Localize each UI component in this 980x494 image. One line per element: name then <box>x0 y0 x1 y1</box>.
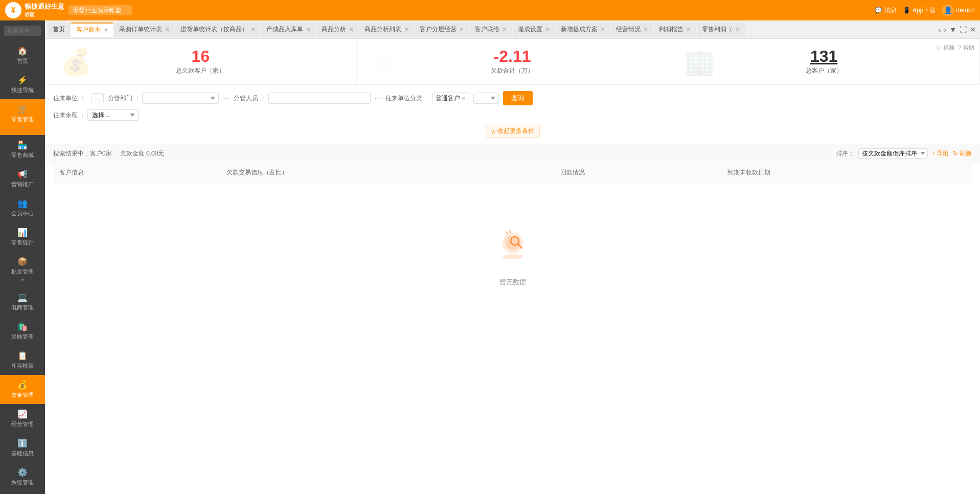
sidebar-item-marketing[interactable]: 📢营销推广 <box>0 164 45 193</box>
search-result-label: 搜索结果中，客户0家 <box>53 149 112 158</box>
tab-label-3: 进货单统计表（按商品） <box>180 25 248 34</box>
sidebar-item-home[interactable]: 🏠首页 <box>0 41 45 70</box>
account-selector[interactable]: 母婴行业演示帐套 <box>69 5 132 15</box>
sidebar-label-home: 首页 <box>17 57 28 65</box>
tab-11[interactable]: 经营情况✕ <box>611 23 653 37</box>
table-head: 客户信息欠款交易信息（占比）回款情况到期未收款日期 <box>53 163 972 183</box>
tab-label-0: 首页 <box>53 25 65 34</box>
app-download-label: App下载 <box>913 6 936 15</box>
sidebar-item-inventory[interactable]: 📋库存核算 <box>0 346 45 375</box>
sidebar-item-retail-mall[interactable]: 🏪零售商城 <box>0 135 45 164</box>
query-button[interactable]: 查询 <box>503 91 533 105</box>
sidebar-item-finance-mgmt[interactable]: 💰资金管理 <box>0 375 45 404</box>
dept-filter-select[interactable] <box>142 93 219 104</box>
dept-filter-clear[interactable]: ··· <box>223 94 230 103</box>
tab-2[interactable]: 采购订单统计表✕ <box>114 23 174 37</box>
tab-label-1: 客户账本 <box>76 26 101 34</box>
collapse-btn-row: ∧ 收起更多条件 <box>53 125 972 138</box>
tab-1[interactable]: 客户账本✕ <box>71 23 113 37</box>
person-filter-input[interactable] <box>268 93 371 104</box>
top-bar: ¥ 畅捷通好生意 标版 母婴行业演示帐套 💬 消息 📱 App下载 👤 d <box>0 0 980 20</box>
app-download-icon: 📱 <box>903 7 910 14</box>
tab-menu-btn[interactable]: ▼ <box>948 26 958 34</box>
tab-close-11[interactable]: ✕ <box>644 27 648 32</box>
tab-close-3[interactable]: ✕ <box>251 27 255 32</box>
tab-0[interactable]: 首页 <box>48 23 70 37</box>
tab-close-4[interactable]: ✕ <box>306 27 310 32</box>
balance-filter-select[interactable]: 选择... <box>87 109 139 121</box>
unit-class-filter-select[interactable] <box>473 93 499 104</box>
tab-8[interactable]: 客户联络✕ <box>470 23 512 37</box>
stat-bg-icon-1: 💰 <box>60 47 92 77</box>
tab-close-8[interactable]: ✕ <box>503 27 507 32</box>
tab-6[interactable]: 商品分析列表✕ <box>359 23 414 37</box>
tab-prev-btn[interactable]: ‹ <box>937 26 943 34</box>
sidebar-item-basic-info[interactable]: ℹ️基础信息 <box>0 433 45 462</box>
tab-close-5[interactable]: ✕ <box>349 27 353 32</box>
export-icon: ↑ <box>932 150 935 157</box>
stat-number-debt: -2.11 <box>494 48 531 64</box>
sidebar-icon-basic-info: ℹ️ <box>17 438 28 448</box>
tab-close-all-btn[interactable]: ✕ <box>968 26 977 34</box>
data-table: 客户信息欠款交易信息（占比）回款情况到期未收款日期 <box>53 163 972 183</box>
search-input[interactable] <box>4 26 41 36</box>
sidebar-item-retail-stats[interactable]: 📊零售统计 <box>0 222 45 252</box>
help-video-btn[interactable]: ▷ 视频 <box>936 44 954 52</box>
refresh-btn[interactable]: ↻ 刷新 <box>953 149 972 158</box>
svg-line-6 <box>510 230 511 233</box>
unit-class-tag-close[interactable]: ✕ <box>462 96 466 101</box>
tab-fullscreen-btn[interactable]: ⛶ <box>958 26 968 34</box>
help-doc-btn[interactable]: ? 帮助 <box>959 44 974 52</box>
sort-select[interactable]: 按欠款金额倒序排序 <box>858 148 928 159</box>
tab-close-9[interactable]: ✕ <box>545 27 550 32</box>
tab-close-7[interactable]: ✕ <box>460 27 464 32</box>
unit-more-tags[interactable]: ... <box>92 93 104 103</box>
svg-point-0 <box>503 254 523 259</box>
tab-9[interactable]: 提成设置✕ <box>513 23 555 37</box>
sidebar-item-ecommerce[interactable]: 💻电商管理 <box>0 287 45 317</box>
sort-label: 排序： <box>836 149 854 158</box>
stat-bg-icon-3: 🏢 <box>683 47 715 77</box>
sidebar-label-retail-mgmt: 零售管理 <box>11 116 34 123</box>
tab-next-btn[interactable]: › <box>942 26 948 34</box>
filter-area: 往来单位 : ... 分管部门 : ··· 分管人员 : <box>45 85 980 144</box>
collapse-icon: ∧ <box>491 128 496 135</box>
sidebar-item-enterprise-collab[interactable]: 🤝企业协同 <box>0 491 45 494</box>
sidebar-item-operation-mgmt[interactable]: 📈经营管理 <box>0 404 45 433</box>
top-bar-right: 💬 消息 📱 App下载 👤 demo2 <box>875 4 975 16</box>
tab-10[interactable]: 新增提成方案✕ <box>556 23 610 37</box>
tab-12[interactable]: 利润报告✕ <box>654 23 696 37</box>
sidebar-item-retail-mgmt[interactable]: 🛒零售管理▾ <box>0 99 45 135</box>
stat-block-total: 🏢 131 总客户（家） ▷ 视频 ? 帮助 <box>668 39 980 84</box>
sidebar-item-system-mgmt[interactable]: ⚙️系统管理 <box>0 462 45 491</box>
message-btn[interactable]: 💬 消息 <box>875 6 897 15</box>
tab-close-1[interactable]: ✕ <box>104 27 108 33</box>
tab-3[interactable]: 进货单统计表（按商品）✕ <box>175 23 260 37</box>
sidebar-item-member-center[interactable]: 👥会员中心 <box>0 193 45 222</box>
tab-close-12[interactable]: ✕ <box>687 27 691 32</box>
app-download-btn[interactable]: 📱 App下载 <box>903 6 936 15</box>
stat-label-customers: 总欠款客户（家） <box>176 66 225 75</box>
result-bar-right: 排序： 按欠款金额倒序排序 ↑ 导出 ↻ 刷新 <box>836 148 972 159</box>
sidebar-item-wholesale-mgmt[interactable]: 📦批发管理▾ <box>0 252 45 287</box>
filter-row-2: 往来余额 : 选择... <box>53 109 972 121</box>
tab-4[interactable]: 产成品入库单✕ <box>261 23 315 37</box>
user-menu[interactable]: 👤 demo2 <box>942 4 975 16</box>
tab-close-2[interactable]: ✕ <box>165 27 169 32</box>
tab-scroll-area: 首页客户账本✕采购订单统计表✕进货单统计表（按商品）✕产成品入库单✕商品分析✕商… <box>48 23 937 37</box>
tab-13[interactable]: 零售利润（✕ <box>697 23 745 37</box>
sidebar: 🏠首页⚡快捷导航🛒零售管理▾🏪零售商城📢营销推广👥会员中心📊零售统计📦批发管理▾… <box>0 20 45 494</box>
tab-close-13[interactable]: ✕ <box>736 27 740 32</box>
person-filter-clear[interactable]: ··· <box>375 94 381 103</box>
tab-5[interactable]: 商品分析✕ <box>316 23 358 37</box>
export-btn[interactable]: ↑ 导出 <box>932 149 949 158</box>
collapse-btn[interactable]: ∧ 收起更多条件 <box>486 125 540 138</box>
sidebar-icon-retail-mgmt: 🛒 <box>17 104 28 114</box>
sidebar-item-quick-nav[interactable]: ⚡快捷导航 <box>0 70 45 99</box>
sidebar-item-purchase-mgmt[interactable]: 🛍️采购管理 <box>0 317 45 346</box>
tab-close-6[interactable]: ✕ <box>404 27 408 32</box>
empty-text: 暂无数据 <box>499 278 526 287</box>
tab-close-10[interactable]: ✕ <box>601 27 605 32</box>
sidebar-search-area <box>0 20 45 41</box>
tab-7[interactable]: 客户分层经营✕ <box>415 23 469 37</box>
